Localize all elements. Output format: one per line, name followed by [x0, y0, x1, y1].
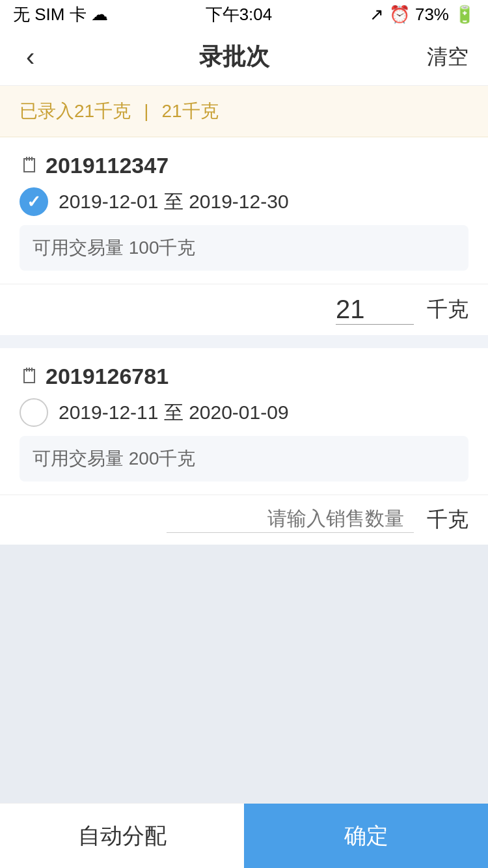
batch1-header: 🗒 2019112347 — [0, 137, 488, 185]
status-time: 下午3:04 — [206, 3, 273, 26]
alarm-icon: ⏰ — [389, 5, 410, 25]
batch2-icon: 🗒 — [20, 364, 40, 388]
batch2-quantity-input[interactable] — [167, 508, 414, 530]
batch2-date: 2019-12-11 至 2020-01-09 — [59, 400, 289, 426]
gray-area — [0, 545, 488, 805]
batch1-number: 2019112347 — [46, 153, 169, 178]
sim-label: 无 SIM 卡 ☁ — [13, 3, 108, 26]
battery-icon: 🔋 — [454, 5, 475, 25]
batch1-icon: 🗒 — [20, 154, 40, 178]
batch1-quantity-underline: 21 — [336, 295, 414, 325]
status-left: 无 SIM 卡 ☁ — [13, 3, 108, 26]
bottom-bar: 自动分配 确定 — [0, 803, 488, 868]
batch2-number: 2019126781 — [46, 364, 169, 389]
info-divider: | — [144, 101, 148, 122]
batch2-header: 🗒 2019126781 — [0, 348, 488, 396]
batch2-unit: 千克 — [427, 506, 468, 534]
batch2-input-underline[interactable] — [167, 508, 414, 533]
batch1-quantity: 21 — [336, 295, 365, 323]
clear-button[interactable]: 清空 — [427, 43, 468, 72]
location-icon: ↗ — [370, 5, 384, 25]
batch2-available: 可用交易量 200千克 — [20, 436, 468, 481]
info-value: 21千克 — [161, 99, 218, 124]
batch2-input-row[interactable]: 千克 — [0, 495, 488, 545]
back-button[interactable]: ‹ — [20, 36, 41, 78]
section-divider — [0, 335, 488, 348]
page-title: 录批次 — [199, 41, 269, 73]
batch-item-1: 🗒 2019112347 2019-12-01 至 2019-12-30 可用交… — [0, 137, 488, 335]
auto-distribute-button[interactable]: 自动分配 — [0, 804, 244, 868]
info-banner: 已录入21千克 | 21千克 — [0, 86, 488, 137]
batch1-date-row[interactable]: 2019-12-01 至 2019-12-30 — [0, 185, 488, 223]
batch2-radio[interactable] — [20, 398, 48, 427]
batch-item-2: 🗒 2019126781 2019-12-11 至 2020-01-09 可用交… — [0, 348, 488, 545]
recorded-label: 已录入21千克 — [20, 99, 131, 124]
status-right: ↗ ⏰ 73% 🔋 — [370, 5, 475, 25]
batch1-date: 2019-12-01 至 2019-12-30 — [59, 189, 289, 215]
batch1-unit: 千克 — [427, 295, 468, 324]
batch1-quantity-row: 21 千克 — [0, 284, 488, 335]
confirm-button[interactable]: 确定 — [244, 804, 488, 868]
nav-bar: ‹ 录批次 清空 — [0, 29, 488, 86]
batch1-radio[interactable] — [20, 187, 48, 216]
batch1-available: 可用交易量 100千克 — [20, 225, 468, 271]
batch2-date-row[interactable]: 2019-12-11 至 2020-01-09 — [0, 396, 488, 433]
battery-label: 73% — [415, 5, 449, 25]
status-bar: 无 SIM 卡 ☁ 下午3:04 ↗ ⏰ 73% 🔋 — [0, 0, 488, 29]
